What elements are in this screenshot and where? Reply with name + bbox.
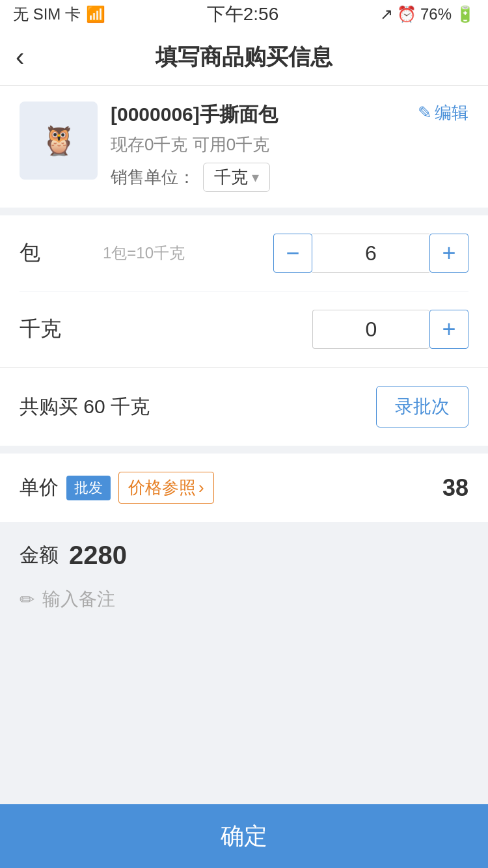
- bao-minus-button[interactable]: −: [273, 234, 312, 273]
- price-ref-label: 价格参照: [128, 476, 196, 499]
- product-logo-icon: 🦉: [41, 124, 77, 157]
- unit-value: 千克: [214, 166, 248, 189]
- amount-value: 2280: [69, 541, 127, 570]
- edit-label: 编辑: [435, 102, 468, 124]
- bao-row: 包 1包=10千克 − +: [20, 215, 468, 292]
- qianke-label: 千克: [20, 315, 98, 344]
- summary-text: 共购买 60 千克: [20, 394, 150, 420]
- battery-icon: 🔋: [455, 5, 475, 23]
- bao-plus-button[interactable]: +: [429, 234, 468, 273]
- price-reference-button[interactable]: 价格参照 ›: [118, 472, 214, 504]
- price-section: 单价 批发 价格参照 › 38: [0, 454, 488, 522]
- product-card: 🦉 [0000006]手撕面包 现存0千克 可用0千克 销售单位： 千克 ▾ ✎…: [0, 86, 488, 215]
- edit-icon: ✎: [418, 103, 432, 123]
- battery-text: 76%: [420, 5, 452, 23]
- location-icon: ↗: [380, 5, 393, 23]
- unit-select[interactable]: 千克 ▾: [203, 163, 270, 192]
- note-placeholder: 输入备注: [42, 587, 115, 612]
- price-value: 38: [442, 474, 468, 502]
- price-tag-badge: 批发: [66, 476, 111, 500]
- pencil-icon: ✏: [20, 589, 34, 610]
- amount-row: 金额 2280: [20, 541, 468, 570]
- carrier-text: 无 SIM 卡: [13, 4, 81, 25]
- batch-button[interactable]: 录批次: [376, 386, 468, 427]
- unit-label: 销售单位：: [111, 166, 195, 189]
- product-info: [0000006]手撕面包 现存0千克 可用0千克 销售单位： 千克 ▾: [111, 102, 468, 192]
- alarm-icon: ⏰: [397, 5, 416, 23]
- amount-section: 金额 2280 ✏ 输入备注: [0, 522, 488, 629]
- qianke-quantity-input[interactable]: [312, 310, 429, 349]
- page-title: 填写商品购买信息: [156, 42, 332, 72]
- edit-button[interactable]: ✎ 编辑: [418, 102, 468, 124]
- bao-label: 包: [20, 239, 98, 267]
- bao-sublabel: 1包=10千克: [103, 243, 185, 264]
- bao-quantity-input[interactable]: [312, 234, 429, 273]
- price-label: 单价: [20, 474, 59, 501]
- product-image: 🦉: [20, 102, 98, 180]
- product-name: [0000006]手撕面包: [111, 102, 468, 128]
- qianke-controls: +: [312, 310, 468, 349]
- qianke-plus-button[interactable]: +: [429, 310, 468, 349]
- status-left: 无 SIM 卡 📶: [13, 4, 105, 25]
- confirm-button[interactable]: 确定: [0, 804, 488, 868]
- product-stock: 现存0千克 可用0千克: [111, 133, 468, 156]
- summary-section: 共购买 60 千克 录批次: [0, 368, 488, 454]
- product-unit-row: 销售单位： 千克 ▾: [111, 163, 468, 192]
- status-time: 下午2:56: [207, 2, 279, 27]
- unit-chevron-icon: ▾: [252, 169, 259, 186]
- wifi-icon: 📶: [86, 5, 105, 23]
- bao-input-section: 包 1包=10千克 − + 千克 +: [0, 215, 488, 368]
- note-row[interactable]: ✏ 输入备注: [20, 580, 468, 618]
- price-ref-arrow-icon: ›: [198, 478, 204, 498]
- back-button[interactable]: ‹: [16, 42, 24, 72]
- status-bar: 无 SIM 卡 📶 下午2:56 ↗ ⏰ 76% 🔋: [0, 0, 488, 29]
- qianke-row: 千克 +: [20, 292, 468, 367]
- amount-label: 金额: [20, 542, 59, 569]
- status-right: ↗ ⏰ 76% 🔋: [380, 5, 475, 23]
- nav-bar: ‹ 填写商品购买信息: [0, 29, 488, 86]
- bao-controls: − +: [273, 234, 468, 273]
